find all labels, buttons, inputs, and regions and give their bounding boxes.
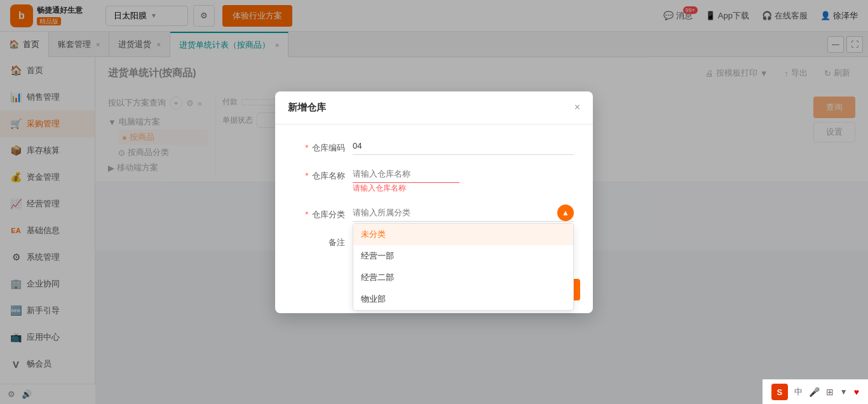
code-label-text: 仓库编码: [312, 143, 345, 152]
modal-title: 新增仓库: [288, 102, 326, 114]
category-dropdown: ▲ 未分类 经营一部 经营二部 物业部: [353, 204, 574, 222]
name-label: * 仓库名称: [294, 165, 345, 182]
name-field-row: * 仓库名称 请输入仓库名称: [294, 165, 574, 194]
category-label-text: 仓库分类: [312, 210, 345, 219]
s-logo: S: [771, 384, 788, 400]
name-input-row: * 仓库名称: [294, 165, 459, 183]
note-label-text: 备注: [329, 238, 345, 247]
category-option-property[interactable]: 物业部: [353, 288, 573, 310]
grid-icon[interactable]: ⊞: [826, 387, 834, 397]
modal-header: 新增仓库 ×: [275, 91, 593, 125]
note-label: 备注: [294, 232, 345, 248]
arrow-up-icon: ▲: [562, 208, 569, 217]
code-field-row: * 仓库编码: [294, 137, 574, 155]
category-dropdown-list: 未分类 经营一部 经营二部 物业部: [353, 223, 574, 311]
code-label: * 仓库编码: [294, 137, 345, 154]
category-option-dept1[interactable]: 经营一部: [353, 245, 573, 267]
code-input[interactable]: [353, 137, 574, 155]
modal-close-button[interactable]: ×: [574, 102, 580, 112]
category-field-row: * 仓库分类 ▲ 未分类 经营一部 经营二部 物业部: [294, 204, 574, 222]
category-option-dept2[interactable]: 经营二部: [353, 267, 573, 288]
bottom-toolbar-right: S 中 🎤 ⊞ ▼ ♥: [763, 379, 868, 404]
mic-icon[interactable]: 🎤: [809, 387, 820, 397]
name-error-message: 请输入仓库名称: [353, 183, 406, 194]
name-required: *: [305, 171, 308, 180]
category-option-none[interactable]: 未分类: [353, 224, 573, 245]
name-label-text: 仓库名称: [312, 171, 345, 180]
code-required: *: [305, 143, 308, 152]
modal-body: * 仓库编码 * 仓库名称 请输入仓库名称: [275, 125, 593, 273]
caret-icon[interactable]: ▼: [840, 387, 848, 396]
category-dropdown-toggle[interactable]: ▲: [557, 205, 574, 221]
category-input[interactable]: [353, 204, 574, 222]
category-label: * 仓库分类: [294, 204, 345, 220]
modal-overlay: 新增仓库 × * 仓库编码 * 仓库名称: [0, 0, 868, 404]
zh-icon[interactable]: 中: [794, 386, 803, 398]
category-required: *: [305, 210, 308, 219]
name-input[interactable]: [353, 165, 459, 183]
heart-icon[interactable]: ♥: [854, 387, 859, 397]
new-warehouse-modal: 新增仓库 × * 仓库编码 * 仓库名称: [275, 91, 593, 313]
